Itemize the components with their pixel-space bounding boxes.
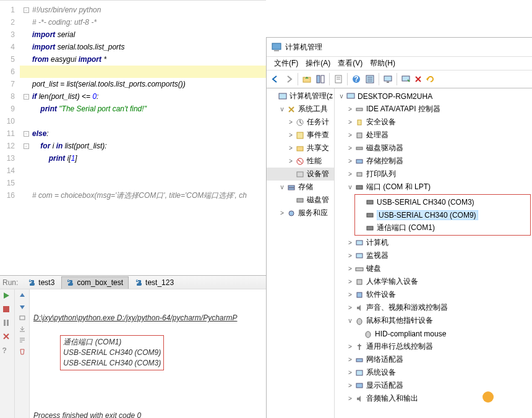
chevron-right-icon[interactable]: >	[286, 158, 295, 164]
tree-item[interactable]: 磁盘管	[267, 194, 334, 207]
tree-item[interactable]: >性能	[267, 155, 334, 168]
ports-category[interactable]: v 端口 (COM 和 LPT)	[335, 181, 532, 194]
chevron-right-icon[interactable]: >	[286, 119, 295, 126]
details-icon[interactable]	[365, 74, 375, 84]
run-up-icon[interactable]	[19, 292, 26, 299]
tree-item[interactable]: >监视器	[335, 249, 532, 262]
chevron-right-icon[interactable]: >	[346, 304, 354, 311]
tree-item[interactable]: 计算机管理(z	[267, 90, 334, 103]
tree-item[interactable]: v系统工具	[267, 103, 334, 116]
refresh-icon[interactable]	[426, 74, 435, 84]
run-tab[interactable]: test3	[23, 276, 60, 289]
tree-item[interactable]: >事件查	[267, 129, 334, 142]
tree-item[interactable]: >显示适配器	[335, 379, 532, 392]
run-pause-icon[interactable]	[2, 319, 12, 329]
back-icon[interactable]	[270, 74, 280, 84]
menu-file[interactable]: 文件(F)	[272, 57, 301, 70]
chevron-right-icon[interactable]: >	[346, 356, 354, 363]
fold-gutter[interactable]: −−−−	[20, 4, 32, 202]
menu-help[interactable]: 帮助(H)	[367, 57, 398, 70]
chevron-down-icon[interactable]: v	[278, 184, 286, 190]
tree-item[interactable]: >系统设备	[335, 366, 532, 379]
code-editor[interactable]: 12345678910111213141516 −−−− #!/usr/bin/…	[0, 0, 266, 275]
chevron-right-icon[interactable]: >	[346, 395, 354, 402]
chevron-right-icon[interactable]: >	[346, 239, 354, 246]
tree-item[interactable]: v鼠标和其他指针设备	[335, 314, 532, 327]
chevron-right-icon[interactable]: >	[346, 106, 354, 113]
tree-item[interactable]: >安全设备	[335, 116, 532, 129]
forward-icon[interactable]	[284, 74, 294, 84]
mgmt-menubar[interactable]: 文件(F) 操作(A) 查看(V) 帮助(H)	[267, 56, 532, 70]
chevron-right-icon[interactable]: >	[346, 171, 354, 177]
tree-item[interactable]: >软件设备	[335, 288, 532, 301]
run-toolbar-left: ?	[0, 289, 15, 418]
port-item[interactable]: USB-SERIAL CH340 (COM9)	[355, 208, 530, 221]
chevron-right-icon[interactable]: >	[286, 145, 295, 151]
run-help-icon[interactable]: ?	[2, 346, 12, 356]
tree-item[interactable]: >任务计	[267, 116, 334, 129]
menu-action[interactable]: 操作(A)	[303, 57, 333, 70]
chevron-right-icon[interactable]: >	[278, 210, 286, 216]
tree-item[interactable]: >共享文	[267, 142, 334, 155]
chevron-right-icon[interactable]: >	[346, 145, 354, 151]
chevron-right-icon[interactable]: >	[346, 252, 354, 259]
mgmt-right-tree[interactable]: v DESKTOP-RGM2UHA >IDE ATA/ATAPI 控制器>安全设…	[335, 88, 532, 418]
tree-item[interactable]: 设备管	[267, 168, 334, 181]
run-tab[interactable]: test_123	[130, 276, 179, 289]
monitor-icon[interactable]	[383, 74, 393, 84]
tree-item[interactable]: v存储	[267, 181, 334, 194]
mgmt-left-tree[interactable]: 计算机管理(zv系统工具>任务计>事件查>共享文>性能设备管v存储磁盘管>服务和…	[267, 88, 335, 418]
menu-view[interactable]: 查看(V)	[335, 57, 365, 70]
show-hide-icon[interactable]	[315, 74, 325, 84]
tree-item[interactable]: >通用串行总线控制器	[335, 340, 532, 353]
tree-item[interactable]: >存储控制器	[335, 155, 532, 168]
chevron-right-icon[interactable]: >	[346, 291, 354, 298]
run-print-icon[interactable]	[19, 314, 26, 322]
run-export-icon[interactable]	[19, 325, 26, 333]
chevron-right-icon[interactable]: >	[346, 369, 354, 376]
run-stop-icon[interactable]	[2, 305, 12, 315]
chevron-right-icon[interactable]: >	[346, 119, 354, 126]
ports-highlight-box: USB-SERIAL CH340 (COM3)USB-SERIAL CH340 …	[354, 194, 531, 236]
chevron-right-icon[interactable]: >	[346, 382, 354, 389]
mgmt-titlebar[interactable]: 计算机管理	[267, 38, 532, 56]
run-close-icon[interactable]	[2, 333, 12, 343]
up-folder-icon[interactable]	[302, 74, 312, 84]
help-icon[interactable]: ?	[351, 74, 361, 84]
scan-icon[interactable]	[401, 74, 411, 84]
properties-icon[interactable]	[333, 74, 343, 84]
tree-item[interactable]: >处理器	[335, 129, 532, 142]
tree-item[interactable]: >IDE ATA/ATAPI 控制器	[335, 103, 532, 116]
run-play-icon[interactable]	[2, 292, 12, 302]
tree-item[interactable]: HID-compliant mouse	[335, 327, 532, 340]
remove-icon[interactable]	[414, 75, 422, 83]
svg-rect-8	[317, 75, 320, 83]
chevron-right-icon[interactable]: >	[346, 343, 354, 350]
tree-item[interactable]: >磁盘驱动器	[335, 142, 532, 155]
chevron-right-icon[interactable]: >	[346, 278, 354, 285]
chevron-down-icon[interactable]: v	[337, 93, 346, 100]
tree-item[interactable]: >键盘	[335, 262, 532, 275]
run-output[interactable]: D:\jxy\python\python.exe D:/jxy/python-6…	[30, 289, 241, 418]
chevron-right-icon[interactable]: >	[286, 132, 295, 139]
chevron-right-icon[interactable]: >	[346, 132, 354, 139]
port-item[interactable]: USB-SERIAL CH340 (COM3)	[355, 195, 530, 208]
run-wrap-icon[interactable]	[19, 336, 26, 344]
chevron-down-icon[interactable]: v	[278, 106, 286, 113]
tree-item[interactable]: >计算机	[335, 236, 532, 249]
tree-item[interactable]: >网络适配器	[335, 353, 532, 366]
chevron-down-icon[interactable]: v	[346, 184, 354, 190]
chevron-down-icon[interactable]: v	[346, 317, 354, 324]
tree-item[interactable]: >人体学输入设备	[335, 275, 532, 288]
chevron-right-icon[interactable]: >	[346, 265, 354, 272]
tree-item[interactable]: >打印队列	[335, 168, 532, 181]
run-tab[interactable]: com_box_test	[61, 276, 129, 289]
device-root[interactable]: v DESKTOP-RGM2UHA	[335, 90, 532, 103]
port-item[interactable]: 通信端口 (COM1)	[355, 221, 530, 234]
tree-item[interactable]: >服务和应	[267, 207, 334, 220]
chevron-right-icon[interactable]: >	[346, 158, 354, 164]
run-down-icon[interactable]	[19, 303, 26, 310]
tree-item[interactable]: >声音、视频和游戏控制器	[335, 301, 532, 314]
code-area[interactable]: #!/usr/bin/env python# -*- coding: utf-8…	[32, 4, 247, 202]
run-trash-icon[interactable]	[19, 348, 26, 355]
